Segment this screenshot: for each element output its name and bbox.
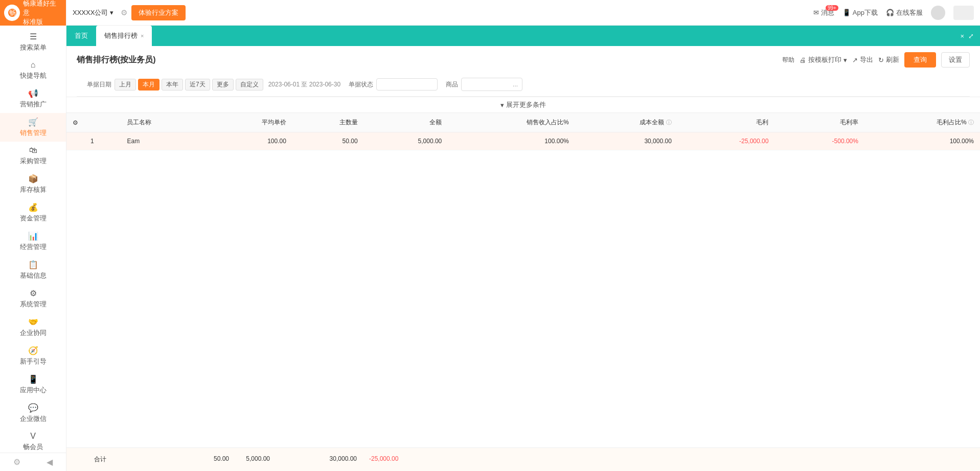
sidebar-item-finance[interactable]: 💰资金管理 (0, 198, 66, 227)
goods-filter-label: 商品 (446, 80, 458, 89)
help-btn[interactable]: 帮助 (782, 56, 794, 64)
tab-close-icon[interactable]: × (141, 33, 144, 39)
pill-last-month[interactable]: 上月 (115, 79, 136, 91)
user-avatar[interactable] (931, 6, 945, 20)
pill-this-year[interactable]: 本年 (162, 79, 183, 91)
sidebar-item-purchase-mgmt[interactable]: 🛍采购管理 (0, 142, 66, 170)
expand-icon: ▾ (500, 101, 504, 109)
query-btn[interactable]: 查询 (904, 52, 936, 68)
tab-home[interactable]: 首页 (66, 26, 96, 46)
sidebar-label-purchase-mgmt: 采购管理 (20, 156, 47, 166)
sidebar-label-operations: 经营管理 (20, 242, 47, 252)
th-main-qty: 主数量 (292, 113, 364, 132)
th-gross: 毛利 (678, 113, 775, 132)
footer-cost: 30,000.00 (322, 452, 363, 467)
settings-btn[interactable]: 设置 (941, 52, 970, 68)
cost-info-icon[interactable]: ⓘ (666, 119, 672, 125)
cell-total-0: 5,000.00 (364, 132, 448, 150)
sidebar-item-sales-mgmt[interactable]: 🛒销售管理 (0, 113, 66, 142)
th-gross-rate: 毛利率 (774, 113, 864, 132)
sidebar-item-weixin[interactable]: 💬企业微信 (0, 399, 66, 428)
page-header: 销售排行榜(按业务员) 帮助 🖨 按模板打印 ▾ ↗ 导出 ↻ 刷新 (66, 46, 980, 97)
sidebar-icon-operations: 📊 (28, 231, 38, 241)
sidebar-icon-guide: 🧭 (28, 346, 38, 355)
sidebar-icon-base-info: 📋 (28, 260, 38, 270)
pill-custom[interactable]: 自定义 (236, 79, 263, 91)
sidebar-label-system-mgmt: 系统管理 (20, 300, 47, 309)
sidebar-icon-search-order: ☰ (30, 32, 37, 41)
cell-rank-0: 1 (84, 132, 121, 150)
tab-sales-ranking[interactable]: 销售排行榜 × (96, 26, 152, 46)
sidebar-icon-purchase-mgmt: 🛍 (29, 146, 37, 155)
export-btn[interactable]: ↗ 导出 (852, 55, 873, 64)
sales-ranking-tab-label: 销售排行榜 (104, 31, 138, 40)
sidebar-icon-app-center: 📱 (28, 374, 38, 384)
sidebar-item-operations[interactable]: 📊经营管理 (0, 227, 66, 256)
sidebar-label-enterprise: 企业协同 (20, 328, 47, 338)
sidebar-label-inventory: 库存核算 (20, 185, 47, 194)
pill-last7days[interactable]: 近7天 (185, 79, 210, 91)
user-name-avatar (953, 6, 974, 20)
sidebar-item-quick-nav[interactable]: ⌂快捷导航 (0, 56, 66, 84)
page-title: 销售排行榜(按业务员) (77, 55, 156, 65)
goods-ellipsis[interactable]: ... (513, 81, 518, 88)
sidebar-item-guide[interactable]: 🧭新手引导 (0, 342, 66, 370)
refresh-btn[interactable]: ↻ 刷新 (878, 55, 899, 64)
print-btn[interactable]: 🖨 按模板打印 ▾ (800, 55, 847, 64)
industry-btn[interactable]: 体验行业方案 (131, 5, 186, 20)
ranking-table: ⚙ 员工名称 平均单价 主数量 全额 销售收入占比% 成本全额 ⓘ 毛利 毛利率… (66, 113, 980, 150)
app-download-btn[interactable]: 📱 App下载 (842, 8, 878, 17)
status-select[interactable] (376, 78, 438, 91)
th-total: 全额 (364, 113, 448, 132)
window-close-icon[interactable]: × (960, 32, 964, 40)
sidebar-settings-icon[interactable]: ⚙ (13, 457, 20, 467)
cell-settings-0 (66, 132, 84, 150)
table-row: 1 Eam 100.00 50.00 5,000.00 100.00% 30,0… (66, 132, 980, 150)
online-service-btn[interactable]: 🎧 在线客服 (886, 8, 923, 17)
sidebar-item-marketing[interactable]: 📢营销推广 (0, 84, 66, 113)
pill-more[interactable]: 更多 (212, 79, 234, 91)
cell-sales-pct-0: 100.00% (448, 132, 575, 150)
date-range: 2023-06-01 至 2023-06-30 (268, 80, 340, 89)
sidebar-label-marketing: 营销推广 (20, 100, 47, 109)
sidebar-item-member[interactable]: V畅会员 (0, 428, 66, 453)
sidebar-item-base-info[interactable]: 📋基础信息 (0, 256, 66, 284)
message-btn[interactable]: ✉ 消息 99+ (813, 8, 834, 17)
svg-text:畅: 畅 (9, 9, 15, 16)
th-name: 员工名称 (121, 113, 207, 132)
sidebar-item-inventory[interactable]: 📦库存核算 (0, 170, 66, 198)
sidebar-label-app-center: 应用中心 (20, 386, 47, 395)
logo-text: 畅康通好生意 标准版 (23, 0, 62, 27)
refresh-icon: ↻ (878, 56, 884, 64)
sidebar-label-finance: 资金管理 (20, 214, 47, 223)
settings-gear-icon[interactable]: ⚙ (121, 8, 127, 17)
pill-this-month[interactable]: 本月 (138, 79, 159, 91)
cell-avg-price-0: 100.00 (207, 132, 292, 150)
sidebar-icon-quick-nav: ⌂ (31, 60, 36, 70)
message-icon: ✉ (813, 9, 819, 16)
sidebar-collapse-icon[interactable]: ◀ (47, 457, 53, 467)
company-selector[interactable]: XXXXX公司 ▾ (73, 8, 113, 17)
sidebar: 畅 畅康通好生意 标准版 ☰搜索菜单⌂快捷导航📢营销推广🛒销售管理🛍采购管理📦库… (0, 0, 66, 471)
sidebar-item-app-center[interactable]: 📱应用中心 (0, 370, 66, 399)
gross-pct-info-icon[interactable]: ⓘ (968, 119, 974, 125)
table-footer: 合计 50.00 5,000.00 30,000.00 -25,000.00 (66, 447, 980, 471)
cell-gross-pct-0: 100.00% (864, 132, 980, 150)
sidebar-label-search-order: 搜索菜单 (20, 43, 47, 52)
window-expand-icon[interactable]: ⤢ (968, 32, 974, 40)
headset-icon: 🎧 (886, 9, 894, 16)
main-area: XXXXX公司 ▾ ⚙ 体验行业方案 ✉ 消息 99+ 📱 App下载 🎧 在线… (66, 0, 980, 471)
expand-more-btn[interactable]: ▾ 展开更多条件 (500, 100, 546, 109)
status-filter-label: 单据状态 (349, 80, 373, 89)
sidebar-item-system-mgmt[interactable]: ⚙系统管理 (0, 284, 66, 313)
phone-icon: 📱 (842, 9, 851, 16)
date-filter-group: 单据日期 上月本月本年近7天更多自定义 2023-06-01 至 2023-06… (87, 79, 340, 91)
th-gross-pct: 毛利占比% ⓘ (864, 113, 980, 132)
footer-spacer (73, 452, 88, 467)
sidebar-icon-sales-mgmt: 🛒 (28, 117, 38, 127)
goods-input[interactable] (466, 80, 511, 88)
sidebar-item-search-order[interactable]: ☰搜索菜单 (0, 28, 66, 56)
th-avg-price: 平均单价 (207, 113, 292, 132)
sidebar-item-enterprise[interactable]: 🤝企业协同 (0, 313, 66, 342)
online-service-label: 在线客服 (896, 8, 923, 17)
